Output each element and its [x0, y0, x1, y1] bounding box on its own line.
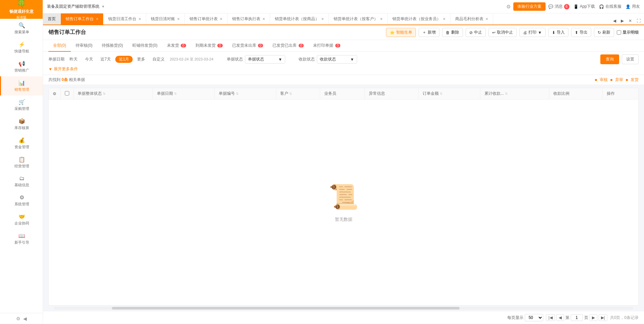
tab-sales-stats-customer[interactable]: 销货单统计表（按客户） ✕: [329, 13, 388, 25]
date-filter: 单据日期 昨天 今天 近7天 近1月 更多 自定义 2023-02-24 至 2…: [48, 55, 213, 63]
tab-close-icon[interactable]: ✕: [485, 17, 488, 21]
tab-cash-reconcile[interactable]: 钱货日清对账 ✕: [146, 13, 185, 25]
message-btn[interactable]: 💬 消息 6: [548, 4, 569, 9]
sub-tab-shipped-not-out[interactable]: 已发货未出库 0: [227, 40, 268, 52]
tab-home[interactable]: 首页: [43, 13, 61, 25]
column-settings-icon[interactable]: ⚙: [53, 91, 56, 96]
sub-tab-pending-review[interactable]: 待审核(0): [71, 40, 97, 52]
tab-label: 钱货日清工作台: [108, 16, 136, 22]
sub-tab-expired-not-shipped[interactable]: 到期未发货 0: [191, 40, 227, 52]
sidebar-item-enterprise[interactable]: 🤝 企业协同: [0, 210, 43, 229]
status-sort[interactable]: 单据整体状态 ⇅: [78, 91, 148, 96]
filter-settings-btn[interactable]: 设置: [622, 54, 639, 64]
tab-sales-stats-product[interactable]: 销货单统计表（按商品） ✕: [270, 13, 329, 25]
sidebar-item-base-info[interactable]: 🗂 基础信息: [0, 172, 43, 191]
sub-tab-not-printed[interactable]: 未打印单据 0: [308, 40, 345, 52]
trial-btn[interactable]: 体验行业方案: [513, 2, 546, 11]
hscroll-track[interactable]: [54, 307, 633, 310]
tab-sales-stats-staff[interactable]: 销货单统计表（按业务员） ✕: [388, 13, 450, 25]
tab-close-icon[interactable]: ✕: [443, 17, 445, 21]
date-btn-1month[interactable]: 近1月: [115, 56, 133, 63]
date-btn-custom[interactable]: 自定义: [149, 55, 168, 63]
print-btn[interactable]: 🖨 打印 ▼: [519, 28, 546, 37]
tab-gross-margin[interactable]: 商品毛利分析表 ✕: [450, 13, 493, 25]
sub-tab-shipped-out[interactable]: 已发货已出库 0: [268, 40, 308, 52]
stop-btn[interactable]: ⊘ 中止: [466, 28, 486, 37]
ai-btn[interactable]: ⭐ 智能生单: [386, 28, 416, 37]
tab-close-icon[interactable]: ✕: [262, 17, 265, 21]
page-input[interactable]: [571, 314, 583, 321]
tab-close-icon[interactable]: ✕: [96, 17, 98, 21]
app-download-btn[interactable]: 📱 App下载: [573, 4, 595, 9]
show-detail-checkbox[interactable]: 显示明细: [617, 30, 639, 35]
payment-select[interactable]: 收款状态 ▼: [317, 55, 357, 64]
status-select[interactable]: 单据状态 ▼: [245, 55, 285, 64]
last-page-btn[interactable]: ▶|: [599, 314, 607, 321]
tab-close-icon[interactable]: ✕: [380, 17, 383, 21]
amount-sort[interactable]: 订单金额 ⇅: [423, 91, 476, 96]
sub-tab-not-shipped[interactable]: 未发货 0: [162, 40, 191, 52]
expand-filter-label: 展开更多条件: [54, 66, 78, 72]
tab-cash-daily[interactable]: 钱货日清工作台 ✕: [103, 13, 146, 25]
import-btn[interactable]: ⬇ 导入: [548, 28, 568, 37]
sidebar-item-operations[interactable]: 📋 经营管理: [0, 153, 43, 172]
hscroll-thumb[interactable]: [112, 307, 460, 310]
prev-page-btn[interactable]: ◀: [556, 314, 564, 321]
sidebar-item-system[interactable]: ⚙ 系统管理: [0, 191, 43, 210]
sidebar-item-sales[interactable]: 📊 销售管理: [0, 76, 43, 95]
export-btn[interactable]: ⬆ 导出: [571, 28, 591, 37]
query-btn[interactable]: 查询: [600, 54, 619, 64]
sidebar-item-search[interactable]: 🔍 搜索菜单: [0, 19, 43, 38]
user-btn[interactable]: 👤 用友: [626, 4, 640, 9]
sidebar-item-inventory[interactable]: 📦 库存核算: [0, 115, 43, 134]
sub-tab-all[interactable]: 全部(0): [48, 40, 71, 52]
sidebar-collapse-btn[interactable]: ◀: [23, 316, 27, 321]
show-detail-input[interactable]: [617, 30, 621, 35]
operation-col-label: 操作: [607, 91, 615, 96]
cancel-stop-btn[interactable]: ↩ 取消中止: [488, 28, 517, 37]
tab-fullscreen-btn[interactable]: ⛶: [635, 17, 643, 25]
customer-sort[interactable]: 客户 ⇅: [280, 91, 316, 96]
select-all-checkbox[interactable]: [65, 91, 69, 95]
amount-col-label: 订单金额: [423, 91, 439, 96]
tab-prev-btn[interactable]: ◀: [611, 17, 618, 25]
tab-close-icon[interactable]: ✕: [177, 17, 180, 21]
topbar-settings-icon[interactable]: ⚙: [506, 4, 511, 10]
sidebar-settings-btn[interactable]: ⚙: [16, 316, 20, 321]
date-btn-today[interactable]: 今天: [82, 55, 96, 63]
tab-close-icon[interactable]: ✕: [321, 17, 324, 21]
sidebar-item-finance[interactable]: 💰 资金管理: [0, 134, 43, 153]
sort-icon: ⇅: [505, 92, 508, 95]
expand-filter-btn[interactable]: ▼ 展开更多条件: [48, 66, 639, 72]
sidebar-item-purchase[interactable]: 🛒 采购管理: [0, 95, 43, 115]
first-page-btn[interactable]: |◀: [546, 314, 555, 321]
online-service-btn[interactable]: 🎧 在线客服: [599, 4, 621, 9]
table-container: ⚙ 单据整体状态 ⇅: [48, 88, 639, 306]
sidebar-item-label: 企业协同: [14, 221, 29, 226]
col-amount: 订单金额 ⇅: [418, 88, 480, 99]
search-icon: 🔍: [18, 22, 25, 29]
date-btn-7days[interactable]: 近7天: [97, 55, 114, 63]
tab-close-icon[interactable]: ✕: [220, 17, 222, 21]
number-sort[interactable]: 单据编号 ⇅: [219, 91, 272, 96]
refresh-btn[interactable]: ↻ 刷新: [594, 28, 614, 37]
tab-sales-order-workbench[interactable]: 销售订单工作台 ✕: [61, 13, 103, 25]
date-btn-more[interactable]: 更多: [134, 55, 148, 63]
sidebar-item-guide[interactable]: 📖 新手引导: [0, 229, 43, 248]
page-size-select[interactable]: 50 20 100: [525, 314, 543, 321]
next-page-btn[interactable]: ▶: [590, 314, 597, 321]
date-btn-yesterday[interactable]: 昨天: [67, 55, 81, 63]
sub-tab-pending-inspect[interactable]: 待拣验货(0): [97, 40, 128, 52]
sidebar-item-quick-nav[interactable]: ⚡ 快捷导航: [0, 38, 43, 57]
tab-close-icon[interactable]: ✕: [138, 17, 141, 21]
received-sort[interactable]: 累计收款... ⇅: [484, 91, 545, 96]
date-sort[interactable]: 单据日期 ⇅: [157, 91, 210, 96]
add-btn[interactable]: ＋ 新增: [419, 28, 439, 37]
sidebar-item-marketing[interactable]: 📢 营销推广: [0, 57, 43, 76]
tab-next-btn[interactable]: ▶: [619, 17, 626, 25]
sub-tab-wangpu[interactable]: 旺铺待发货(0): [128, 40, 162, 52]
tab-close-all-btn[interactable]: ✕: [627, 17, 634, 25]
tab-sales-exec[interactable]: 销售订单执行表 ✕: [227, 13, 270, 25]
delete-btn[interactable]: 🗑 删除: [442, 28, 463, 37]
tab-sales-stats[interactable]: 销售订单统计表 ✕: [185, 13, 227, 25]
